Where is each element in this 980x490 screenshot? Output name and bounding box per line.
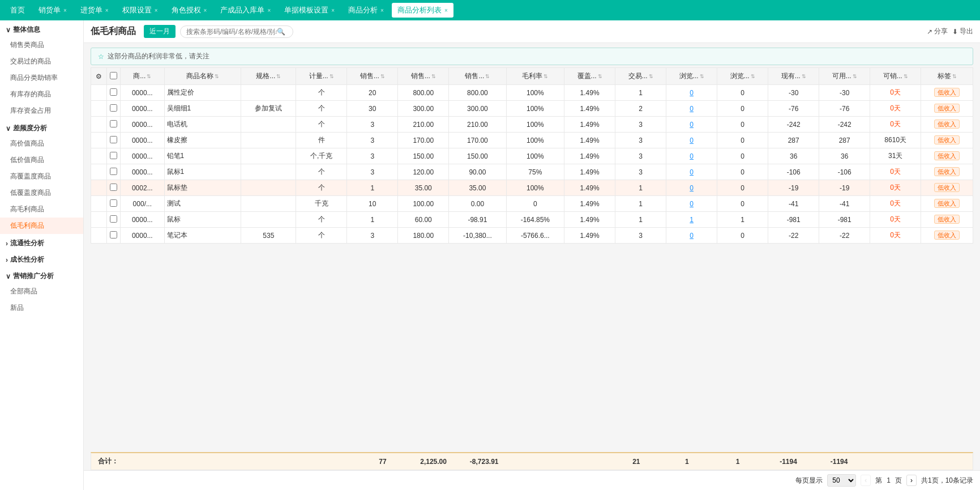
row-checkbox[interactable] xyxy=(110,88,117,96)
sidebar-item-capital[interactable]: 库存资金占用 xyxy=(0,103,83,119)
col-browse2[interactable]: 浏览...⇅ xyxy=(717,68,768,85)
nav-template-settings[interactable]: 单据模板设置 × xyxy=(279,3,340,18)
sidebar-item-low-coverage[interactable]: 低覆盖度商品 xyxy=(0,185,83,201)
row-saleable: 0天 xyxy=(870,180,921,196)
sidebar-item-high-margin[interactable]: 高毛利商品 xyxy=(0,201,83,218)
row-checkbox[interactable] xyxy=(110,199,117,207)
col-gross-margin[interactable]: 毛利率⇅ xyxy=(506,68,564,85)
row-unit: 个 xyxy=(296,228,347,244)
sidebar-group-marketing[interactable]: ∨ 营销推广分析 xyxy=(0,267,83,283)
row-checkbox[interactable] xyxy=(110,168,117,175)
row-tag: 低收入 xyxy=(921,228,973,244)
nav-home[interactable]: 首页 xyxy=(5,3,31,18)
col-tag[interactable]: 标签⇅ xyxy=(921,68,973,85)
row-sales-amount: 210.00 xyxy=(398,117,449,133)
row-checkbox[interactable] xyxy=(110,184,117,191)
row-sales-count: 1 xyxy=(347,212,398,228)
col-coverage[interactable]: 覆盖...⇅ xyxy=(564,68,615,85)
row-transaction: 1 xyxy=(615,212,666,228)
row-transaction: 1 xyxy=(615,85,666,101)
col-transaction[interactable]: 交易...⇅ xyxy=(615,68,666,85)
row-name: 铅笔1 xyxy=(164,148,241,164)
col-unit[interactable]: 计量...⇅ xyxy=(296,68,347,85)
nav-product-analysis-list[interactable]: 商品分析列表 × xyxy=(392,3,453,18)
sidebar-item-high-coverage[interactable]: 高覆盖度商品 xyxy=(0,168,83,185)
row-checkbox[interactable] xyxy=(110,215,117,223)
row-checkbox[interactable] xyxy=(110,104,117,112)
col-sales-count[interactable]: 销售...⇅ xyxy=(347,68,398,85)
row-checkbox[interactable] xyxy=(110,152,117,159)
row-unit: 千克 xyxy=(296,196,347,212)
row-spec xyxy=(241,85,296,101)
pagination-bar: 每页显示 50 100 200 ‹ 第 1 页 › 共1页，10条记录 xyxy=(84,470,980,490)
nav-permissions[interactable]: 权限设置 × xyxy=(117,3,164,18)
nav-sales-order[interactable]: 销货单 × xyxy=(33,3,72,18)
sidebar-item-low-value[interactable]: 低价值商品 xyxy=(0,152,83,168)
row-sales-amount: 100.00 xyxy=(398,196,449,212)
sidebar-group-growth[interactable]: › 成长性分析 xyxy=(0,250,83,267)
close-icon[interactable]: × xyxy=(331,7,335,14)
share-button[interactable]: ↗ 分享 xyxy=(927,27,948,36)
period-button[interactable]: 近一月 xyxy=(144,25,176,38)
nav-product-warehousing[interactable]: 产成品入库单 × xyxy=(215,3,276,18)
row-unit: 个 xyxy=(296,101,347,117)
col-code[interactable]: 商...⇅ xyxy=(121,68,165,85)
footer-label: 合计： xyxy=(98,457,118,466)
row-settings xyxy=(91,196,107,212)
row-coverage: 1.49% xyxy=(564,180,615,196)
col-saleable[interactable]: 可销...⇅ xyxy=(870,68,921,85)
search-icon[interactable]: 🔍 xyxy=(277,28,285,36)
row-tag: 低收入 xyxy=(921,148,973,164)
close-icon[interactable]: × xyxy=(444,7,448,14)
row-checkbox[interactable] xyxy=(110,231,117,238)
row-browse1: 1 xyxy=(666,212,717,228)
sidebar-item-in-stock[interactable]: 有库存的商品 xyxy=(0,86,83,103)
close-icon[interactable]: × xyxy=(267,7,271,14)
sidebar-item-low-margin[interactable]: 低毛利商品 xyxy=(0,218,83,234)
col-sales-profit[interactable]: 销售...⇅ xyxy=(449,68,506,85)
row-sales-count: 30 xyxy=(347,101,398,117)
prev-page-button[interactable]: ‹ xyxy=(861,475,871,486)
row-coverage: 1.49% xyxy=(564,101,615,117)
row-sales-count: 3 xyxy=(347,148,398,164)
sidebar-group-frequency[interactable]: ∨ 差频度分析 xyxy=(0,119,83,135)
close-icon[interactable]: × xyxy=(63,7,67,14)
nav-purchase-order[interactable]: 进货单 × xyxy=(75,3,114,18)
table-row: 000/... 测试 千克 10 100.00 0.00 0 1.49% 1 0… xyxy=(91,196,973,212)
nav-product-analysis[interactable]: 商品分析 × xyxy=(343,3,390,18)
sidebar-group-overall[interactable]: ∨ 整体信息 xyxy=(0,20,83,37)
export-button[interactable]: ⬇ 导出 xyxy=(952,27,973,36)
next-page-button[interactable]: › xyxy=(906,475,917,486)
col-current[interactable]: 现有...⇅ xyxy=(768,68,819,85)
col-name[interactable]: 商品名称⇅ xyxy=(164,68,241,85)
sidebar-item-traded-products[interactable]: 交易过的商品 xyxy=(0,53,83,70)
row-spec xyxy=(241,180,296,196)
sidebar-item-sales-products[interactable]: 销售类商品 xyxy=(0,37,83,53)
search-input[interactable] xyxy=(186,28,277,36)
row-browse1: 0 xyxy=(666,85,717,101)
row-checkbox[interactable] xyxy=(110,136,117,143)
close-icon[interactable]: × xyxy=(105,7,109,14)
col-sales-amount[interactable]: 销售...⇅ xyxy=(398,68,449,85)
row-sales-profit: 210.00 xyxy=(449,117,506,133)
row-checkbox[interactable] xyxy=(110,120,117,127)
sidebar-item-category-rate[interactable]: 商品分类助销率 xyxy=(0,70,83,86)
row-checkbox-cell xyxy=(107,133,121,148)
sidebar-item-new-products[interactable]: 新品 xyxy=(0,300,83,316)
sidebar-item-all-products[interactable]: 全部商品 xyxy=(0,283,83,300)
sidebar-group-liquidity[interactable]: › 流通性分析 xyxy=(0,234,83,250)
sidebar-item-high-value[interactable]: 高价值商品 xyxy=(0,135,83,152)
chevron-right-icon: › xyxy=(6,256,8,264)
page-size-select[interactable]: 50 100 200 xyxy=(827,474,856,487)
col-settings[interactable]: ⚙ xyxy=(91,68,107,85)
col-browse1[interactable]: 浏览...⇅ xyxy=(666,68,717,85)
col-available[interactable]: 可用...⇅ xyxy=(819,68,870,85)
close-icon[interactable]: × xyxy=(204,7,207,14)
row-transaction: 1 xyxy=(615,196,666,212)
select-all-checkbox[interactable] xyxy=(110,72,117,79)
row-gross-margin: 100% xyxy=(506,148,564,164)
close-icon[interactable]: × xyxy=(380,7,384,14)
col-spec[interactable]: 规格...⇅ xyxy=(241,68,296,85)
nav-role-auth[interactable]: 角色授权 × xyxy=(166,3,213,18)
close-icon[interactable]: × xyxy=(155,7,158,14)
